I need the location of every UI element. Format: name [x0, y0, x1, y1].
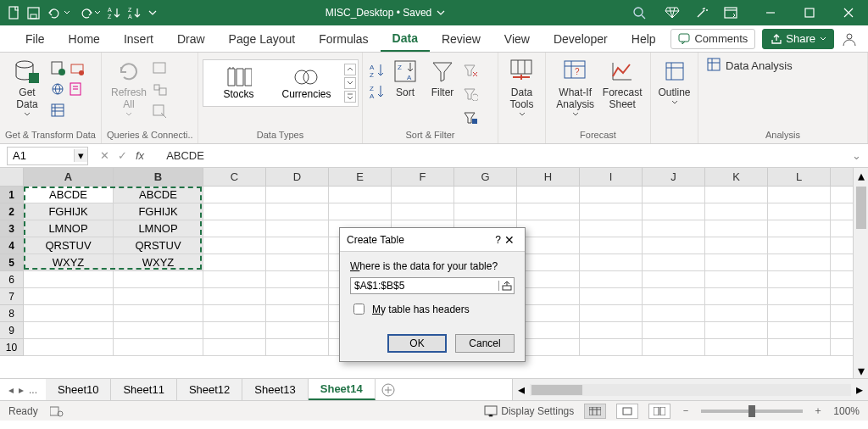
expand-formula-icon[interactable]: ⌄ — [845, 149, 868, 162]
whatif-button[interactable]: ? What-If Analysis — [551, 56, 599, 117]
scroll-up-icon[interactable]: ▴ — [854, 168, 868, 183]
row-header[interactable]: 2 — [0, 203, 24, 220]
cell[interactable] — [705, 220, 768, 237]
search-icon[interactable] — [632, 6, 646, 20]
tab-home[interactable]: Home — [57, 25, 112, 52]
cell[interactable] — [580, 288, 643, 305]
column-header[interactable]: B — [114, 168, 203, 187]
cell[interactable] — [114, 339, 203, 356]
cell[interactable] — [768, 322, 831, 339]
cell[interactable] — [203, 322, 266, 339]
row-header[interactable]: 9 — [0, 322, 24, 339]
row-header[interactable]: 10 — [0, 339, 24, 356]
cell[interactable] — [114, 322, 203, 339]
ribbon-mode-icon[interactable] — [724, 7, 737, 19]
enter-formula-icon[interactable]: ✓ — [118, 149, 127, 162]
queries-icon[interactable] — [151, 59, 170, 78]
formula-input[interactable]: ABCDE — [153, 149, 845, 162]
cell[interactable] — [705, 339, 768, 356]
cell[interactable] — [203, 305, 266, 322]
cell[interactable] — [643, 254, 705, 271]
cell[interactable] — [643, 187, 705, 203]
cell[interactable] — [643, 203, 705, 220]
cell[interactable] — [517, 220, 580, 237]
cell[interactable] — [517, 203, 580, 220]
cell[interactable] — [705, 187, 768, 203]
cell[interactable]: WXYZ — [114, 254, 203, 271]
diamond-icon[interactable] — [665, 6, 680, 20]
dialog-cancel-button[interactable]: Cancel — [455, 334, 515, 353]
title-dropdown-icon[interactable] — [437, 8, 445, 17]
cell[interactable] — [705, 254, 768, 271]
cell[interactable] — [329, 187, 392, 203]
column-header[interactable]: D — [266, 168, 329, 187]
stocks-item[interactable]: Stocks — [205, 66, 273, 100]
tab-review[interactable]: Review — [430, 25, 492, 52]
cell[interactable] — [203, 220, 266, 237]
cell[interactable] — [580, 220, 643, 237]
cell[interactable] — [643, 220, 705, 237]
cell[interactable] — [24, 322, 114, 339]
cell[interactable] — [768, 187, 831, 203]
cell[interactable]: QRSTUV — [24, 237, 114, 254]
maximize-button[interactable] — [790, 0, 829, 25]
share-button[interactable]: Share — [762, 29, 834, 49]
row-header[interactable]: 4 — [0, 237, 24, 254]
sort-desc-icon[interactable]: ZA — [128, 6, 142, 20]
cell[interactable] — [517, 187, 580, 203]
new-sheet-button[interactable] — [376, 379, 401, 400]
cell[interactable] — [266, 203, 329, 220]
cell[interactable] — [580, 271, 643, 288]
cell[interactable] — [768, 254, 831, 271]
column-header[interactable]: C — [203, 168, 266, 187]
minimize-button[interactable] — [751, 0, 790, 25]
tab-file[interactable]: File — [14, 25, 57, 52]
tab-data[interactable]: Data — [381, 25, 430, 52]
cell[interactable] — [768, 271, 831, 288]
cell[interactable] — [266, 322, 329, 339]
advanced-filter-icon[interactable] — [461, 109, 480, 127]
cell[interactable] — [266, 339, 329, 356]
range-picker-icon[interactable] — [498, 281, 514, 291]
filter-button[interactable]: Filter — [424, 56, 461, 98]
column-header[interactable]: L — [768, 168, 831, 187]
tab-view[interactable]: View — [492, 25, 542, 52]
cell[interactable] — [454, 187, 517, 203]
save-icon[interactable] — [27, 7, 40, 20]
headers-checkbox-label[interactable]: My table has headers — [350, 301, 515, 317]
column-header[interactable]: K — [705, 168, 768, 187]
cell[interactable] — [580, 187, 643, 203]
cell[interactable] — [705, 203, 768, 220]
cell[interactable] — [454, 203, 517, 220]
cell[interactable] — [203, 254, 266, 271]
data-tools-button[interactable]: Data Tools — [504, 56, 540, 117]
fx-icon[interactable]: fx — [136, 149, 144, 162]
cell[interactable] — [392, 187, 454, 203]
cell[interactable] — [392, 203, 454, 220]
sheet-tab[interactable]: Sheet11 — [111, 379, 176, 400]
cell[interactable] — [517, 339, 580, 356]
cell[interactable] — [705, 305, 768, 322]
cell[interactable] — [203, 288, 266, 305]
cell[interactable] — [768, 339, 831, 356]
cell[interactable] — [203, 339, 266, 356]
undo-icon[interactable] — [47, 7, 70, 19]
cell[interactable] — [643, 237, 705, 254]
comments-button[interactable]: Comments — [670, 29, 755, 49]
tab-insert[interactable]: Insert — [112, 25, 165, 52]
cell[interactable] — [705, 288, 768, 305]
cell[interactable] — [203, 271, 266, 288]
sheet-nav-prev-icon[interactable]: ◂ — [8, 384, 14, 396]
cell[interactable] — [768, 203, 831, 220]
zoom-level[interactable]: 100% — [833, 405, 860, 417]
scroll-down-icon[interactable]: ▾ — [854, 363, 868, 378]
gallery-up-icon[interactable] — [344, 64, 356, 75]
column-header[interactable]: E — [329, 168, 392, 187]
display-settings-button[interactable]: Display Settings — [484, 405, 574, 417]
forecast-sheet-button[interactable]: Forecast Sheet — [599, 56, 645, 110]
data-analysis-button[interactable]: Data Analysis — [704, 56, 796, 75]
horizontal-scrollbar[interactable]: ◂ ▸ — [512, 379, 868, 400]
scroll-right-icon[interactable]: ▸ — [851, 382, 868, 398]
scroll-thumb[interactable] — [856, 187, 866, 229]
cell[interactable] — [203, 237, 266, 254]
